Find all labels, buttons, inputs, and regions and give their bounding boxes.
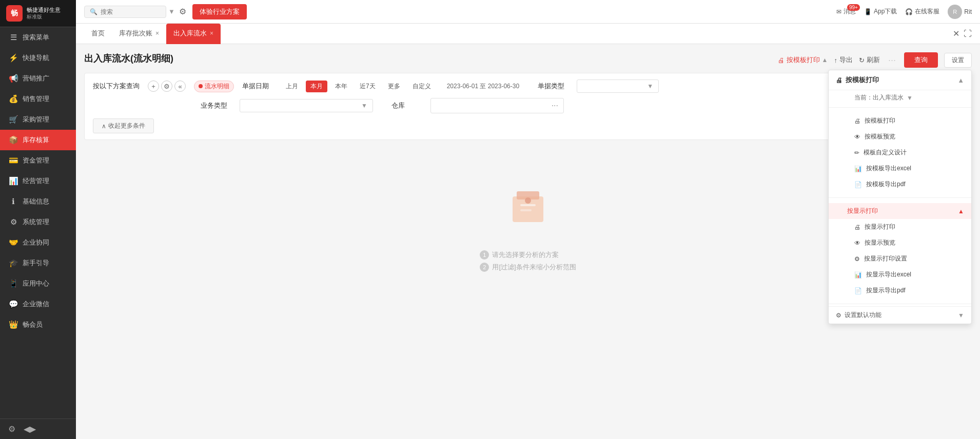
date-tag-current-month[interactable]: 本月 <box>306 81 327 92</box>
system-icon: ⚙ <box>8 217 18 227</box>
sidebar-item-label: 快捷导航 <box>23 53 68 63</box>
topbar-gear-icon[interactable]: ⚙ <box>179 7 186 16</box>
sidebar-item-label: 基础信息 <box>23 197 68 206</box>
display-print-item[interactable]: 🖨 按显示打印 <box>829 219 971 235</box>
print-dropdown-footer[interactable]: ⚙ 设置默认功能 ▼ <box>829 306 971 324</box>
filter-add-btn[interactable]: + <box>148 81 159 92</box>
template-preview-item[interactable]: 👁 按模板预览 <box>829 129 971 145</box>
toolbar-more-dots[interactable]: ··· <box>888 55 896 66</box>
date-tag-more[interactable]: 更多 <box>383 81 405 92</box>
sidebar-item-operations[interactable]: 📊 经营管理 <box>0 171 76 191</box>
warehouse-label: 仓库 <box>391 101 422 110</box>
sidebar-item-member[interactable]: 👑 畅会员 <box>0 314 76 335</box>
sidebar-item-basic-info[interactable]: ℹ 基础信息 <box>0 191 76 212</box>
template-print-item[interactable]: 🖨 按模板打印 <box>829 113 971 129</box>
template-export-pdf-item[interactable]: 📄 按模板导出pdf <box>829 176 971 192</box>
display-export-excel-item[interactable]: 📊 按显示导出excel <box>829 267 971 283</box>
sidebar-item-quick-nav[interactable]: ⚡ 快捷导航 <box>0 48 76 68</box>
sidebar-item-sales[interactable]: 💰 销售管理 <box>0 89 76 109</box>
print-template-btn[interactable]: 🖨 按模板打印 ▲ <box>778 55 828 65</box>
tabs-actions: ✕ ⛶ <box>953 29 972 38</box>
business-type-select[interactable]: ▼ <box>240 99 373 112</box>
topbar-customer-service[interactable]: 🎧 在线客服 <box>905 7 939 16</box>
sidebar-item-inventory[interactable]: 📦 库存核算 <box>0 130 76 150</box>
print-template-label: 按模板打印 <box>787 55 820 65</box>
sidebar-item-wechat[interactable]: 💬 企业微信 <box>0 294 76 314</box>
sidebar-item-finance[interactable]: 💳 资金管理 <box>0 150 76 171</box>
refresh-label: 刷新 <box>867 55 880 65</box>
display-print-settings-item[interactable]: ⚙ 按显示打印设置 <box>829 251 971 267</box>
tab-inout-flow[interactable]: 出入库流水 × <box>166 24 221 44</box>
date-tag-last-month[interactable]: 上月 <box>281 81 303 92</box>
wechat-icon: 💬 <box>8 300 18 309</box>
logo-subtitle: 标准版 <box>27 13 61 21</box>
sidebar-item-marketing[interactable]: 📢 营销推广 <box>0 68 76 89</box>
tab-close-all-btn[interactable]: ✕ <box>953 29 959 38</box>
print-dropdown-divider-3 <box>829 304 971 304</box>
sidebar-item-purchase[interactable]: 🛒 采购管理 <box>0 109 76 130</box>
refresh-btn[interactable]: ↻ 刷新 <box>859 55 880 65</box>
print-dropdown-arrow[interactable]: ▲ <box>822 56 828 64</box>
app-download-label: App下载 <box>874 7 897 16</box>
type-select-arrow: ▼ <box>647 83 653 90</box>
type-select[interactable]: ▼ <box>577 79 659 93</box>
sidebar-item-app-center[interactable]: 📱 应用中心 <box>0 273 76 294</box>
template-custom-design-icon: ✏ <box>854 149 859 156</box>
topbar: 🔍 ▼ ⚙ 体验行业方案 ✉ 消息 99+ 📱 App下载 🎧 在线客服 R R… <box>76 0 980 24</box>
warehouse-select[interactable]: ··· <box>430 98 564 113</box>
settings-btn[interactable]: 设置 <box>944 53 972 68</box>
filter-tag-flow[interactable]: 流水明细 <box>194 81 234 92</box>
tab-batch-account-close[interactable]: × <box>155 30 159 37</box>
topbar-notifications[interactable]: ✉ 消息 99+ <box>836 7 856 16</box>
tab-home[interactable]: 首页 <box>84 24 112 44</box>
tip-text-2: 用[过滤]条件来缩小分析范围 <box>492 263 576 272</box>
sidebar-item-cooperation[interactable]: 🤝 企业协同 <box>0 232 76 253</box>
trial-btn[interactable]: 体验行业方案 <box>192 4 247 19</box>
topbar-search-box[interactable]: 🔍 <box>84 6 166 18</box>
export-btn[interactable]: ↑ 导出 <box>834 55 853 65</box>
sidebar-item-system[interactable]: ⚙ 系统管理 <box>0 212 76 232</box>
export-label: 导出 <box>839 55 853 65</box>
sidebar-item-label: 营销推广 <box>23 74 68 83</box>
settings-bottom-icon[interactable]: ⚙ <box>8 424 15 434</box>
tab-batch-account[interactable]: 库存批次账 × <box>112 24 166 44</box>
filter-collapse-inline-btn[interactable]: « <box>174 81 186 92</box>
template-custom-design-item[interactable]: ✏ 模板自定义设计 <box>829 145 971 161</box>
warehouse-more-btn[interactable]: ··· <box>552 101 558 110</box>
tab-inout-flow-close[interactable]: × <box>210 30 213 37</box>
topbar-search-dropdown[interactable]: ▼ <box>168 8 175 15</box>
toggle-sidebar-icon[interactable]: ◀▶ <box>24 424 36 434</box>
settings-default-arrow: ▼ <box>958 312 964 319</box>
topbar-app-download[interactable]: 📱 App下载 <box>864 7 897 16</box>
filter-set-btn[interactable]: ⚙ <box>161 81 172 92</box>
date-tag-current-year[interactable]: 本年 <box>330 81 352 92</box>
sidebar-item-label: 企业协同 <box>23 238 68 247</box>
date-tag-custom[interactable]: 自定义 <box>408 81 436 92</box>
quick-nav-icon: ⚡ <box>8 53 18 63</box>
search-input[interactable] <box>101 8 161 15</box>
template-export-excel-item[interactable]: 📊 按模板导出excel <box>829 161 971 176</box>
template-preview-icon: 👁 <box>854 133 860 141</box>
print-dropdown-header-arrow[interactable]: ▲ <box>957 76 964 84</box>
collapse-more-btn[interactable]: ∧ 收起更多条件 <box>93 118 154 133</box>
query-btn[interactable]: 查询 <box>904 52 938 68</box>
date-tag-last-7-days[interactable]: 近7天 <box>355 81 380 92</box>
sidebar-item-guide[interactable]: 🎓 新手引导 <box>0 253 76 273</box>
topbar-user[interactable]: R Rit <box>948 5 972 19</box>
display-section-header[interactable]: 按显示打印 ▲ <box>829 203 971 219</box>
sidebar-item-label: 经营管理 <box>23 176 68 186</box>
sidebar-item-search[interactable]: ☰ 搜索菜单 <box>0 27 76 48</box>
notification-badge: 99+ <box>847 4 860 11</box>
print-dropdown-panel: 🖨 按模板打印 ▲ 当前：出入库流水 ▼ 🖨 按模板打印 👁 按模板预 <box>828 70 972 324</box>
display-export-pdf-item[interactable]: 📄 按显示导出pdf <box>829 283 971 298</box>
search-icon: ☰ <box>8 33 18 42</box>
sidebar-item-label: 采购管理 <box>23 115 68 124</box>
print-dropdown-header: 🖨 按模板打印 ▲ <box>829 70 971 90</box>
app-center-icon: 📱 <box>8 279 18 288</box>
tab-maximize-btn[interactable]: ⛶ <box>964 29 972 38</box>
tip-text-1: 请先选择要分析的方案 <box>492 250 559 260</box>
marketing-icon: 📢 <box>8 74 18 83</box>
logo-icon: 畅 <box>6 5 23 22</box>
display-preview-item[interactable]: 👁 按显示预览 <box>829 235 971 251</box>
display-section-label: 按显示打印 <box>847 207 878 215</box>
